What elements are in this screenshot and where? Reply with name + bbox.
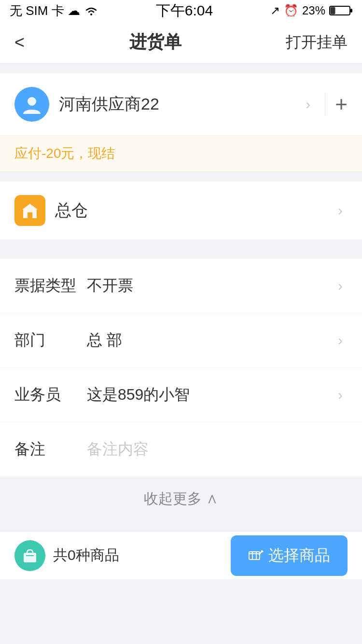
shopping-bag-icon — [21, 547, 39, 564]
supplier-section: 河南供应商22 › + 应付-20元，现结 — [0, 73, 362, 172]
department-arrow-icon: › — [338, 332, 343, 349]
location-icon: ↗ — [270, 4, 280, 17]
remark-row[interactable]: 备注 备注内容 — [0, 422, 362, 476]
select-goods-button[interactable]: 选择商品 — [231, 535, 348, 576]
vertical-divider — [325, 92, 325, 116]
svg-point-0 — [90, 14, 92, 15]
main-content: 河南供应商22 › + 应付-20元，现结 总仓 › 票据类型 — [0, 64, 362, 644]
collapse-label: 收起更多 ∧ — [144, 489, 218, 509]
salesperson-row[interactable]: 业务员 这是859的小智 › — [0, 367, 362, 422]
department-value: 总 部 — [77, 330, 338, 351]
gap-2 — [0, 172, 362, 182]
status-right: ↗ ⏰ 23% — [270, 4, 352, 17]
invoice-type-row[interactable]: 票据类型 不开票 › — [0, 259, 362, 313]
remark-input[interactable]: 备注内容 — [77, 439, 348, 460]
goods-icon — [14, 540, 45, 571]
bottom-bar: 共0种商品 选择商品 — [0, 531, 362, 579]
wifi-icon — [84, 5, 98, 16]
alarm-icon: ⏰ — [284, 4, 298, 17]
svg-rect-8 — [24, 553, 36, 562]
supplier-row[interactable]: 河南供应商22 › + — [0, 73, 362, 136]
department-row[interactable]: 部门 总 部 › — [0, 313, 362, 367]
salesperson-arrow-icon: › — [338, 387, 343, 403]
battery-icon — [329, 5, 352, 16]
salesperson-value: 这是859的小智 — [77, 384, 338, 406]
goods-count-label: 共0种商品 — [53, 546, 231, 565]
bottom-bar-wrapper: 共0种商品 选择商品 — [0, 531, 362, 579]
open-pending-button[interactable]: 打开挂单 — [286, 32, 348, 53]
gap-3 — [0, 239, 362, 249]
department-label: 部门 — [14, 330, 77, 351]
back-button[interactable]: < — [14, 32, 25, 53]
salesperson-label: 业务员 — [14, 384, 77, 406]
battery-percent: 23% — [302, 4, 325, 17]
supplier-name: 河南供应商22 — [59, 93, 306, 115]
supplier-avatar — [14, 87, 49, 122]
svg-rect-10 — [249, 552, 260, 560]
status-left: 无 SIM 卡 ☁ — [10, 2, 98, 19]
select-goods-label: 选择商品 — [268, 545, 330, 566]
cart-icon — [248, 548, 264, 563]
warehouse-building-icon — [21, 202, 39, 219]
add-supplier-button[interactable]: + — [335, 94, 348, 115]
gap-1 — [0, 64, 362, 73]
svg-point-4 — [28, 97, 36, 106]
warehouse-icon — [14, 195, 45, 226]
invoice-type-arrow-icon: › — [338, 278, 343, 294]
nav-bar: < 进货单 打开挂单 — [0, 21, 362, 64]
warehouse-row[interactable]: 总仓 › — [0, 182, 362, 239]
svg-rect-7 — [28, 212, 32, 218]
collapse-row[interactable]: 收起更多 ∧ — [0, 476, 362, 521]
warehouse-arrow-icon: › — [338, 202, 343, 219]
invoice-type-label: 票据类型 — [14, 275, 77, 296]
svg-rect-3 — [331, 7, 335, 14]
page-title: 进货单 — [129, 30, 181, 54]
invoice-type-value: 不开票 — [77, 275, 338, 296]
status-time: 下午6:04 — [156, 1, 213, 21]
notice-row: 应付-20元，现结 — [0, 136, 362, 172]
svg-marker-6 — [22, 204, 38, 210]
supplier-arrow-icon: › — [306, 96, 310, 112]
person-icon — [21, 94, 42, 115]
sim-status: 无 SIM 卡 ☁ — [10, 2, 80, 19]
warehouse-name: 总仓 — [55, 199, 338, 222]
remark-label: 备注 — [14, 439, 77, 460]
status-bar: 无 SIM 卡 ☁ 下午6:04 ↗ ⏰ 23% — [0, 0, 362, 21]
notice-text: 应付-20元，现结 — [14, 146, 115, 161]
svg-rect-2 — [350, 9, 352, 13]
form-section: 票据类型 不开票 › 部门 总 部 › 业务员 这是859的小智 › 备注 备注… — [0, 259, 362, 476]
warehouse-section: 总仓 › — [0, 182, 362, 239]
